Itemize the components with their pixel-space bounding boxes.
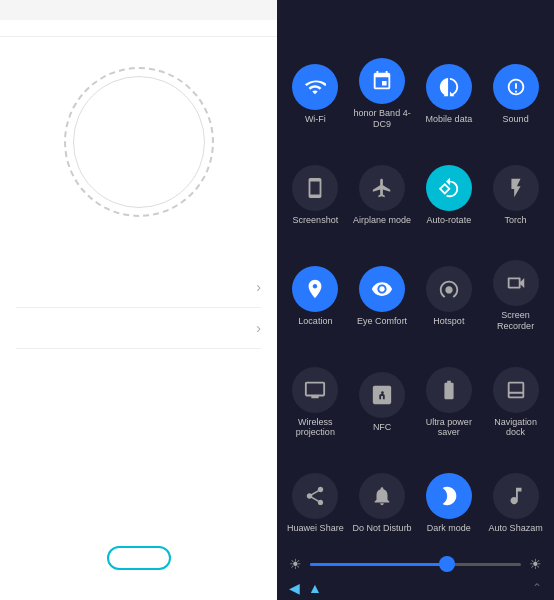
- auto-shazam-icon: [493, 473, 539, 519]
- screen-recorder-label: Screen Recorder: [485, 310, 546, 332]
- patch-package-item[interactable]: ›: [16, 267, 261, 308]
- software-update-panel: › ›: [0, 0, 277, 600]
- huawei-share-label: Huawei Share: [287, 523, 344, 534]
- huawei-share-icon: [292, 473, 338, 519]
- up-chevron-icon: ⌃: [532, 581, 542, 595]
- dnd-label: Do Not Disturb: [353, 523, 412, 534]
- qs-tile-dark-mode[interactable]: Dark mode: [419, 458, 480, 548]
- wireless-projection-icon: [292, 367, 338, 413]
- check-updates-button[interactable]: [107, 546, 171, 570]
- qs-tile-sound[interactable]: Sound: [485, 44, 546, 144]
- chevron-right-icon2: ›: [256, 320, 261, 336]
- qs-tile-huawei-share[interactable]: Huawei Share: [285, 458, 346, 548]
- brightness-low-icon: ☀: [289, 556, 302, 572]
- nav-dock-label: Navigation dock: [485, 417, 546, 439]
- qs-tile-auto-rotate[interactable]: Auto-rotate: [419, 150, 480, 240]
- brightness-track[interactable]: [310, 563, 521, 566]
- qs-tile-screenshot[interactable]: Screenshot: [285, 150, 346, 240]
- brightness-fill: [310, 563, 447, 566]
- airplane-label: Airplane mode: [353, 215, 411, 226]
- dark-mode-label: Dark mode: [427, 523, 471, 534]
- qs-tile-wireless-projection[interactable]: Wireless projection: [285, 352, 346, 452]
- nav-icons: ◀ ▲: [289, 580, 322, 596]
- qs-tile-mobile-data[interactable]: Mobile data: [419, 44, 480, 144]
- auto-rotate-icon: [426, 165, 472, 211]
- brightness-bar: ☀ ☀: [277, 552, 554, 576]
- screenshot-icon: [292, 165, 338, 211]
- brightness-high-icon: ☀: [529, 556, 542, 572]
- eye-comfort-icon: [359, 266, 405, 312]
- qs-tile-hotspot[interactable]: Hotspot: [419, 246, 480, 346]
- hotspot-icon: [426, 266, 472, 312]
- nfc-label: NFC: [373, 422, 392, 433]
- ultra-power-label: Ultra power saver: [419, 417, 480, 439]
- current-version-item[interactable]: ›: [16, 308, 261, 349]
- nfc-icon: [359, 372, 405, 418]
- screenshot-label: Screenshot: [293, 215, 339, 226]
- nav-dock-icon: [493, 367, 539, 413]
- torch-label: Torch: [505, 215, 527, 226]
- brightness-thumb[interactable]: [439, 556, 455, 572]
- top-bar: [0, 20, 277, 37]
- qs-tile-location[interactable]: Location: [285, 246, 346, 346]
- auto-shazam-label: Auto Shazam: [489, 523, 543, 534]
- eye-comfort-label: Eye Comfort: [357, 316, 407, 327]
- qs-tile-honor-band[interactable]: honor Band 4-DC9: [352, 44, 413, 144]
- mobile-data-label: Mobile data: [426, 114, 473, 125]
- sound-icon: [493, 64, 539, 110]
- location-icon: [292, 266, 338, 312]
- info-section: › ›: [0, 267, 277, 349]
- nav-back-icon[interactable]: ◀: [289, 580, 300, 596]
- airplane-icon: [359, 165, 405, 211]
- qs-tile-nfc[interactable]: NFC: [352, 352, 413, 452]
- magic-circle: [64, 67, 214, 217]
- qs-tile-ultra-power[interactable]: Ultra power saver: [419, 352, 480, 452]
- qs-tile-torch[interactable]: Torch: [485, 150, 546, 240]
- qs-tile-airplane[interactable]: Airplane mode: [352, 150, 413, 240]
- auto-rotate-label: Auto-rotate: [427, 215, 472, 226]
- dark-mode-icon: [426, 473, 472, 519]
- honor-band-icon: [359, 58, 405, 104]
- wifi-label: Wi-Fi: [305, 114, 326, 125]
- qs-tile-nav-dock[interactable]: Navigation dock: [485, 352, 546, 452]
- torch-icon: [493, 165, 539, 211]
- qs-tile-dnd[interactable]: Do Not Disturb: [352, 458, 413, 548]
- sound-label: Sound: [503, 114, 529, 125]
- quick-settings-panel: Wi-Fi honor Band 4-DC9 Mobile data Sound: [277, 0, 554, 600]
- status-bar-left: [0, 0, 277, 20]
- qs-tile-wifi[interactable]: Wi-Fi: [285, 44, 346, 144]
- location-label: Location: [298, 316, 332, 327]
- magic-circle-container: [0, 67, 277, 217]
- wireless-projection-label: Wireless projection: [285, 417, 346, 439]
- nav-forward-icon[interactable]: ▲: [308, 580, 322, 596]
- bottom-bar: ◀ ▲ ⌃: [277, 576, 554, 600]
- qs-tile-eye-comfort[interactable]: Eye Comfort: [352, 246, 413, 346]
- qs-tile-screen-recorder[interactable]: Screen Recorder: [485, 246, 546, 346]
- status-bar-right: [277, 0, 554, 20]
- qs-grid: Wi-Fi honor Band 4-DC9 Mobile data Sound: [277, 40, 554, 552]
- hotspot-label: Hotspot: [433, 316, 464, 327]
- qs-header: [277, 20, 554, 40]
- mobile-data-icon: [426, 64, 472, 110]
- chevron-right-icon: ›: [256, 279, 261, 295]
- wifi-icon: [292, 64, 338, 110]
- screen-recorder-icon: [493, 260, 539, 306]
- ultra-power-icon: [426, 367, 472, 413]
- qs-tile-auto-shazam[interactable]: Auto Shazam: [485, 458, 546, 548]
- honor-band-label: honor Band 4-DC9: [352, 108, 413, 130]
- dnd-icon: [359, 473, 405, 519]
